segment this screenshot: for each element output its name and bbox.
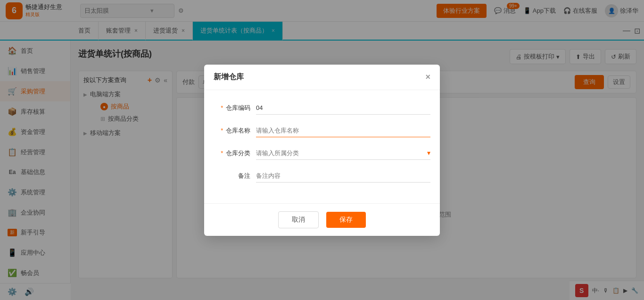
name-label: * 仓库名称 [214, 126, 256, 135]
remarks-input[interactable] [256, 169, 430, 183]
modal-body: * 仓库编码 * 仓库名称 [204, 90, 440, 203]
category-select-row: ▾ [256, 147, 430, 160]
modal-title: 新增仓库 [214, 72, 244, 82]
modal-header: 新增仓库 × [204, 65, 440, 90]
content-wrapper: 进货单统计(按商品) 🖨 按模板打印 ▾ ⬆ 导出 ↺ 刷新 [71, 41, 644, 300]
main-layout: 🏠 首页 📊 销售管理 🛒 采购管理 📦 库存核算 💰 资金管理 📋 经营管理 … [0, 41, 644, 300]
modal-footer: 取消 保存 [204, 203, 440, 236]
form-row-name: * 仓库名称 [214, 124, 430, 137]
category-required-star: * [221, 150, 223, 157]
form-row-remarks: 备注 [214, 169, 430, 183]
modal-close-button[interactable]: × [425, 72, 430, 82]
warehouse-name-input[interactable] [256, 124, 430, 137]
cancel-button[interactable]: 取消 [278, 211, 319, 228]
category-label: * 仓库分类 [214, 149, 256, 158]
category-dropdown-icon[interactable]: ▾ [427, 149, 430, 157]
remarks-label: 备注 [214, 172, 256, 180]
form-row-code: * 仓库编码 [214, 101, 430, 115]
new-warehouse-modal: 新增仓库 × * 仓库编码 [204, 65, 440, 236]
save-button[interactable]: 保存 [326, 212, 366, 228]
warehouse-category-input[interactable] [256, 147, 427, 159]
name-required-star: * [221, 127, 223, 134]
code-required-star: * [221, 104, 223, 111]
code-label: * 仓库编码 [214, 104, 256, 112]
warehouse-code-input[interactable] [256, 101, 430, 115]
modal-overlay: 新增仓库 × * 仓库编码 [0, 0, 644, 300]
form-row-category: * 仓库分类 ▾ [214, 147, 430, 160]
